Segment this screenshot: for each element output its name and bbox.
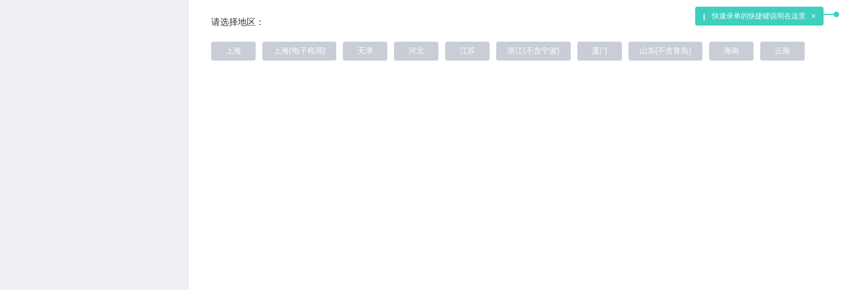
tooltip-text: 快速录单的快捷键说明在这里 xyxy=(712,11,806,21)
region-buttons: 上海上海(电子税局)天津河北江苏浙江(不含宁波)厦门山东(不含青岛)海南云南 xyxy=(211,42,846,61)
region-button-shanghai-etax[interactable]: 上海(电子税局) xyxy=(262,42,336,61)
region-button-hainan[interactable]: 海南 xyxy=(709,42,754,61)
region-button-shanghai[interactable]: 上海 xyxy=(211,42,256,61)
main-content: 请选择地区： 上海上海(电子税局)天津河北江苏浙江(不含宁波)厦门山东(不含青岛… xyxy=(189,0,868,290)
region-button-shandong[interactable]: 山东(不含青岛) xyxy=(628,42,702,61)
sidebar xyxy=(0,0,189,290)
region-button-hebei[interactable]: 河北 xyxy=(394,42,438,61)
tooltip-close-button[interactable]: × xyxy=(811,12,816,21)
region-button-zhejiang[interactable]: 浙江(不含宁波) xyxy=(496,42,570,61)
tooltip-bar: 快速录单的快捷键说明在这里 × xyxy=(695,7,824,26)
tooltip-dot xyxy=(834,12,839,17)
region-button-jiangsu[interactable]: 江苏 xyxy=(445,42,490,61)
region-button-yunnan[interactable]: 云南 xyxy=(760,42,805,61)
region-button-tianjin[interactable]: 天津 xyxy=(343,42,387,61)
region-button-xiamen[interactable]: 厦门 xyxy=(577,42,622,61)
